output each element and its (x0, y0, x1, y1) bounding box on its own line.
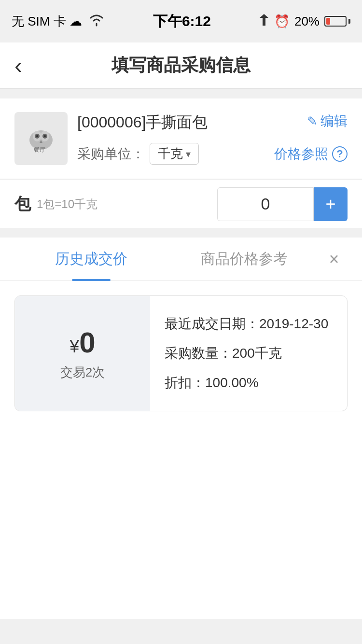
quantity-input-group: + (217, 187, 348, 221)
chevron-down-icon: ▾ (186, 148, 191, 160)
product-image: 餐厅 (14, 112, 68, 165)
tab-active-indicator (72, 279, 111, 281)
price-left-panel: ¥0 交易2次 (15, 296, 150, 411)
page-title: 填写商品采购信息 (111, 54, 251, 77)
section-divider (0, 228, 362, 238)
discount-row: 折扣：100.00% (165, 372, 333, 394)
product-header: [0000006]手撕面包 ✎ 编辑 (77, 112, 348, 133)
price-ref-button[interactable]: 价格参照 ? (274, 145, 348, 163)
price-amount: ¥0 (70, 326, 95, 359)
price-right-panel: 最近成交日期：2019-12-30 采购数量：200千克 折扣：100.00% (150, 296, 347, 411)
status-left: 无 SIM 卡 ☁ (12, 13, 105, 30)
price-card-container: ¥0 交易2次 最近成交日期：2019-12-30 采购数量：200千克 折扣：… (0, 281, 362, 426)
main-content: ¥0 交易2次 最近成交日期：2019-12-30 采购数量：200千克 折扣：… (0, 281, 362, 619)
price-ref-label: 价格参照 (274, 145, 328, 163)
purchase-qty-row: 采购数量：200千克 (165, 343, 333, 364)
unit-select[interactable]: 千克 ▾ (150, 143, 199, 165)
unit-label-text: 采购单位： (77, 145, 145, 163)
price-trade-count: 交易2次 (60, 364, 105, 381)
product-card: 餐厅 [0000006]手撕面包 ✎ 编辑 采购单位： 千克 ▾ 价格参照 ? (0, 98, 362, 179)
tab-history-price[interactable]: 历史成交价 (14, 238, 167, 281)
purchase-qty-value: 200千克 (232, 346, 282, 361)
svg-text:餐厅: 餐厅 (34, 146, 45, 153)
discount-value: 100.00% (205, 375, 259, 390)
tab-close-button[interactable]: × (320, 246, 348, 273)
tab-product-price-ref[interactable]: 商品价格参考 (167, 238, 320, 281)
wifi-icon (88, 13, 105, 30)
tab-history-price-label: 历史成交价 (55, 249, 127, 269)
recent-date-label: 最近成交日期： (165, 316, 259, 331)
price-card: ¥0 交易2次 最近成交日期：2019-12-30 采购数量：200千克 折扣：… (14, 295, 348, 411)
product-unit-row: 采购单位： 千克 ▾ 价格参照 ? (77, 143, 348, 165)
tab-bar: 历史成交价 商品价格参考 × (0, 238, 362, 281)
svg-point-5 (36, 135, 38, 137)
location-icon (259, 13, 269, 30)
discount-label: 折扣： (165, 375, 205, 390)
quantity-input[interactable] (217, 187, 314, 221)
quantity-section: 包 1包=10千克 + (0, 180, 362, 228)
signal-text: 无 SIM 卡 ☁ (12, 13, 82, 30)
battery-percent: 20% (294, 14, 320, 29)
tab-product-price-ref-label: 商品价格参考 (201, 249, 288, 269)
close-icon: × (329, 249, 339, 269)
status-time: 下午6:12 (153, 12, 211, 31)
recent-date-value: 2019-12-30 (259, 316, 328, 331)
unit-value: 千克 (158, 145, 183, 162)
quantity-plus-button[interactable]: + (314, 187, 348, 221)
price-value: 0 (79, 326, 95, 359)
edit-label: 编辑 (320, 112, 348, 130)
quantity-unit-badge: 包 (14, 193, 31, 215)
product-info: [0000006]手撕面包 ✎ 编辑 采购单位： 千克 ▾ 价格参照 ? (77, 112, 348, 165)
battery-icon (324, 16, 350, 27)
svg-point-6 (44, 135, 46, 137)
nav-bar: ‹ 填写商品采购信息 (0, 42, 362, 89)
unit-conversion: 1包=10千克 (37, 196, 97, 212)
edit-icon: ✎ (307, 114, 318, 129)
alarm-icon: ⏰ (274, 14, 290, 29)
status-right: ⏰ 20% (259, 13, 350, 30)
purchase-qty-label: 采购数量： (165, 346, 232, 361)
edit-button[interactable]: ✎ 编辑 (307, 112, 348, 130)
price-currency: ¥ (70, 336, 79, 356)
recent-date-row: 最近成交日期：2019-12-30 (165, 313, 333, 335)
plus-icon: + (325, 194, 335, 214)
back-button[interactable]: ‹ (14, 54, 22, 77)
product-name: [0000006]手撕面包 (77, 112, 208, 133)
status-bar: 无 SIM 卡 ☁ 下午6:12 ⏰ 20% (0, 0, 362, 42)
help-icon: ? (332, 146, 348, 162)
unit-label: 采购单位： 千克 ▾ (77, 143, 199, 165)
back-icon: ‹ (14, 54, 22, 77)
quantity-left: 包 1包=10千克 (14, 193, 97, 215)
